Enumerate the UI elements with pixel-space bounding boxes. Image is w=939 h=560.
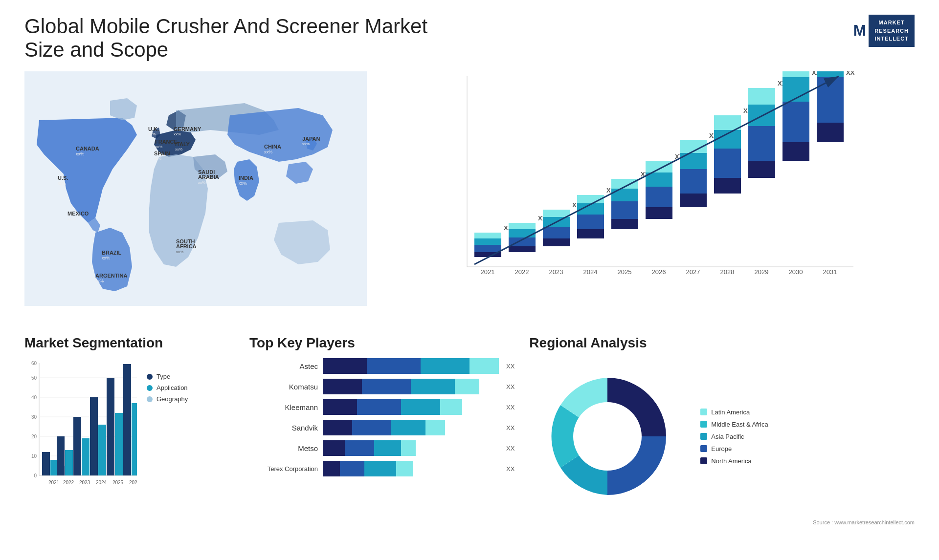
svg-text:2030: 2030	[789, 268, 803, 276]
svg-rect-78	[714, 149, 741, 178]
reg-color-latin	[700, 409, 707, 415]
player-bar-kleemann	[323, 399, 499, 415]
player-xx-terex: XX	[506, 465, 514, 473]
map-section: CANADA xx% U.S. xx% MEXICO xx% BRAZIL xx…	[24, 71, 367, 325]
bar-seg-2	[357, 399, 401, 415]
segmentation-legend: Type Application Geography	[147, 373, 188, 403]
svg-text:2029: 2029	[755, 268, 769, 276]
svg-text:CHINA: CHINA	[264, 144, 281, 150]
svg-rect-126	[82, 438, 89, 475]
svg-rect-95	[817, 123, 844, 142]
svg-line-102	[474, 76, 839, 264]
logo-line2: RESEARCH	[874, 27, 909, 35]
svg-text:BRAZIL: BRAZIL	[102, 250, 122, 256]
bar-seg-2	[340, 461, 364, 476]
reg-label-mea: Middle East & Africa	[711, 421, 768, 428]
svg-rect-41	[509, 246, 536, 252]
player-bar-komatsu	[323, 379, 499, 394]
reg-color-mea	[700, 421, 707, 428]
reg-legend-europe: Europe	[700, 445, 768, 452]
logo-box: MARKET RESEARCH INTELLECT	[869, 15, 915, 47]
bar-seg-1	[323, 461, 340, 476]
svg-text:xx%: xx%	[174, 132, 181, 136]
svg-text:xx%: xx%	[239, 181, 247, 186]
svg-rect-68	[646, 161, 672, 172]
svg-text:2023: 2023	[549, 268, 563, 276]
donut-container: Latin America Middle East & Africa Asia …	[529, 358, 915, 515]
segmentation-title: Market Segmentation	[24, 335, 235, 351]
bar-seg-4	[455, 379, 479, 394]
svg-text:U.K.: U.K.	[148, 126, 159, 132]
svg-text:2025: 2025	[618, 268, 632, 276]
svg-text:JAPAN: JAPAN	[302, 136, 320, 142]
svg-rect-96	[817, 77, 844, 123]
svg-rect-44	[509, 223, 536, 229]
svg-point-141	[573, 402, 642, 471]
svg-text:20: 20	[31, 434, 37, 439]
svg-rect-97	[817, 71, 844, 77]
svg-text:60: 60	[31, 361, 37, 366]
page-title: Global Mobile Crusher And Screener Marke…	[24, 15, 465, 62]
player-row-komatsu: Komatsu XX	[249, 379, 514, 394]
player-bar-astec	[323, 358, 499, 374]
svg-text:xx%: xx%	[58, 181, 66, 186]
bar-seg-4	[440, 399, 462, 415]
reg-color-asia	[700, 433, 707, 440]
logo-line3: INTELLECT	[874, 35, 909, 43]
svg-text:2021: 2021	[48, 480, 60, 485]
svg-rect-43	[509, 229, 536, 237]
svg-text:50: 50	[31, 375, 37, 381]
svg-text:xx%: xx%	[76, 151, 84, 156]
svg-text:xx%: xx%	[302, 142, 310, 146]
growth-chart-svg: 2021 XX 2022 XX 2023 XX	[391, 71, 915, 296]
svg-rect-71	[680, 194, 707, 207]
reg-legend-latin: Latin America	[700, 409, 768, 416]
legend-dot-geography	[147, 396, 153, 402]
svg-rect-66	[646, 187, 672, 207]
svg-text:2022: 2022	[63, 480, 74, 485]
svg-text:xx%: xx%	[198, 180, 205, 185]
svg-text:40: 40	[31, 395, 37, 400]
legend-type-label: Type	[156, 373, 170, 380]
svg-text:2028: 2028	[720, 268, 735, 276]
svg-text:xx%: xx%	[155, 145, 162, 149]
bar-seg-2	[362, 379, 411, 394]
player-name-astec: Astec	[249, 362, 318, 370]
svg-text:2021: 2021	[481, 268, 495, 276]
svg-text:2026: 2026	[129, 480, 137, 485]
svg-text:xx%: xx%	[67, 216, 76, 221]
player-xx-sandvik: XX	[506, 424, 514, 431]
svg-rect-92	[782, 71, 809, 77]
reg-legend-mea: Middle East & Africa	[700, 421, 768, 428]
svg-text:2024: 2024	[96, 480, 107, 485]
regional-legend: Latin America Middle East & Africa Asia …	[700, 409, 768, 465]
svg-text:0: 0	[34, 473, 37, 478]
header: Global Mobile Crusher And Screener Marke…	[24, 15, 915, 62]
svg-rect-130	[98, 425, 106, 475]
segmentation-chart: 0 10 20 30 40 50 60	[24, 358, 137, 495]
players-list: Astec XX Komatsu	[249, 358, 514, 476]
svg-rect-138	[132, 403, 137, 475]
bar-seg-3	[391, 420, 425, 435]
svg-text:xx%: xx%	[154, 156, 161, 161]
svg-rect-86	[748, 88, 775, 105]
svg-text:2026: 2026	[652, 268, 666, 276]
svg-text:2023: 2023	[79, 480, 90, 485]
svg-rect-137	[123, 364, 131, 475]
player-row-metso: Metso XX	[249, 440, 514, 456]
legend-geography: Geography	[147, 395, 188, 403]
bar-seg-2	[352, 420, 391, 435]
player-row-terex: Terex Corporation XX	[249, 461, 514, 476]
svg-rect-65	[646, 207, 672, 219]
bar-seg-4	[470, 358, 499, 374]
svg-text:ARABIA: ARABIA	[198, 174, 219, 180]
logo-wrapper: M MARKET RESEARCH INTELLECT	[853, 15, 915, 47]
player-name-metso: Metso	[249, 444, 318, 452]
bar-seg-1	[323, 440, 345, 456]
growth-chart-section: 2021 XX 2022 XX 2023 XX	[377, 71, 915, 325]
svg-rect-61	[611, 189, 638, 201]
page-container: Global Mobile Crusher And Screener Marke…	[0, 0, 939, 560]
legend-application-label: Application	[156, 384, 188, 391]
svg-rect-134	[115, 413, 123, 475]
svg-text:MEXICO: MEXICO	[67, 211, 89, 216]
